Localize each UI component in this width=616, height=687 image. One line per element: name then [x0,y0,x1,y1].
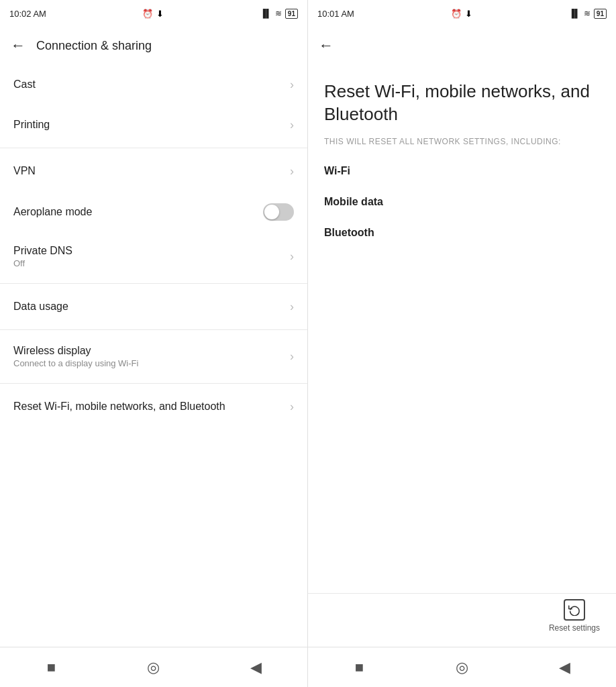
right-nav-circle[interactable]: ◎ [448,653,477,682]
left-alarm-icon: ⏰ [142,9,153,19]
left-panel: 10:02 AM ⏰ ⬇ ▐▌ ≋ 91 ← Connection & shar… [0,0,308,687]
reset-wifi-item[interactable]: Reset Wi-Fi, mobile networks, and Blueto… [0,386,307,427]
vpn-item[interactable]: VPN › [0,151,307,191]
printing-item[interactable]: Printing › [0,105,307,145]
left-wifi-icon: ≋ [275,9,282,18]
right-status-icons: ▐▌ ≋ 91 [569,9,607,19]
right-signal-icon: ▐▌ [569,9,580,18]
data-usage-chevron: › [290,300,294,314]
reset-wifi-chevron: › [290,400,294,414]
toggle-knob [264,205,279,219]
aeroplane-mode-toggle[interactable] [263,203,294,221]
left-download-icon: ⬇ [156,9,164,19]
left-page-title: Connection & sharing [36,39,152,53]
divider-3 [0,329,307,330]
printing-chevron: › [290,118,294,132]
right-back-button[interactable]: ← [319,37,333,54]
right-panel: 10:01 AM ⏰ ⬇ ▐▌ ≋ 91 ← Reset Wi-Fi, mobi… [308,0,616,687]
private-dns-chevron: › [290,250,294,264]
aeroplane-mode-item[interactable]: Aeroplane mode [0,191,307,233]
wireless-display-item[interactable]: Wireless display Connect to a display us… [0,333,307,380]
right-status-bar: 10:01 AM ⏰ ⬇ ▐▌ ≋ 91 [308,0,616,27]
right-bottom-nav: ■ ◎ ◀ [308,647,616,687]
left-back-button[interactable]: ← [11,37,25,54]
left-toolbar: ← Connection & sharing [0,27,307,64]
reset-content: Reset Wi-Fi, mobile networks, and Blueto… [308,64,616,593]
private-dns-item[interactable]: Private DNS Off › [0,233,307,280]
reset-settings-icon [564,599,585,621]
left-nav-circle[interactable]: ◎ [139,653,168,682]
reset-bottom-bar: Reset settings [308,593,616,647]
reset-settings-button[interactable]: Reset settings [549,599,600,633]
reset-page-title: Reset Wi-Fi, mobile networks, and Blueto… [324,81,600,126]
vpn-chevron: › [290,164,294,178]
reset-item-wifi: Wi-Fi [324,165,600,177]
right-time: 10:01 AM [317,9,354,19]
right-toolbar: ← [308,27,616,64]
left-signal-icon: ▐▌ [260,9,272,18]
right-alarm-icon: ⏰ [451,9,462,19]
reset-item-bluetooth: Bluetooth [324,227,600,239]
reset-settings-label: Reset settings [549,623,600,633]
left-battery: 91 [285,9,298,19]
right-battery: 91 [594,9,607,19]
reset-subtitle: THIS WILL RESET ALL NETWORK SETTINGS, IN… [324,137,600,146]
right-nav-square[interactable]: ■ [345,653,374,682]
left-status-bar: 10:02 AM ⏰ ⬇ ▐▌ ≋ 91 [0,0,307,27]
reset-item-mobile: Mobile data [324,196,600,208]
divider-2 [0,283,307,284]
divider-1 [0,148,307,148]
right-download-icon: ⬇ [465,9,472,19]
divider-4 [0,383,307,384]
left-bottom-nav: ■ ◎ ◀ [0,647,307,687]
cast-item[interactable]: Cast › [0,64,307,105]
left-settings-list: Cast › Printing › VPN › Aeroplane mode [0,64,307,647]
wireless-display-chevron: › [290,350,294,364]
right-nav-triangle[interactable]: ◀ [550,653,580,682]
right-wifi-icon: ≋ [584,9,591,18]
left-time: 10:02 AM [9,9,46,19]
left-nav-square[interactable]: ■ [36,653,66,682]
left-status-icons: ▐▌ ≋ 91 [260,9,298,19]
cast-chevron: › [290,78,294,92]
data-usage-item[interactable]: Data usage › [0,286,307,327]
left-nav-triangle[interactable]: ◀ [242,653,271,682]
